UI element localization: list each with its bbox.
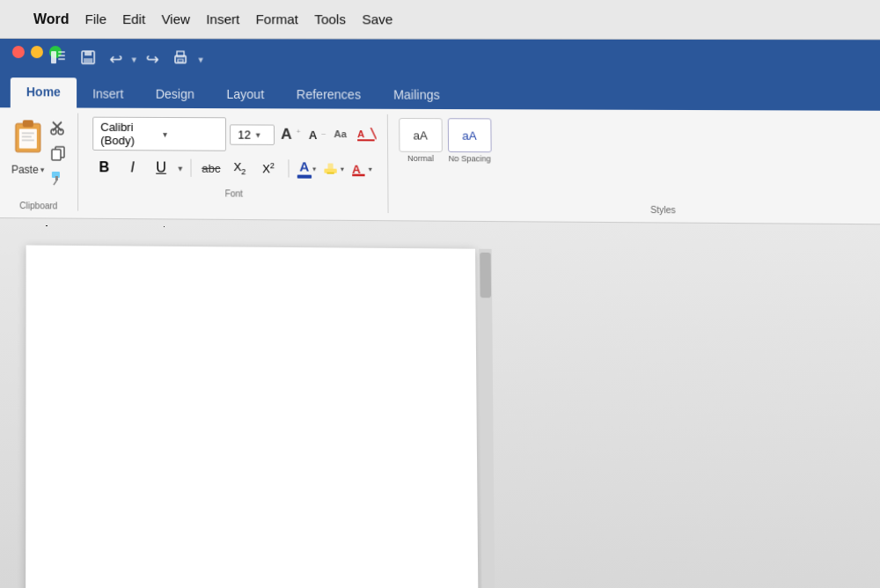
format-separator-2	[288, 159, 289, 177]
redo-icon[interactable]: ↪	[143, 48, 163, 70]
font-color2-button[interactable]: A	[349, 160, 368, 178]
svg-rect-3	[58, 58, 65, 60]
ribbon-background: ↩ ▾ ↪ ▾ Home Insert Design Layout Refere…	[0, 39, 880, 111]
screen-wrapper: Word File Edit View Insert Format Tools …	[0, 0, 880, 588]
tab-mailings[interactable]: Mailings	[377, 80, 456, 109]
tab-home[interactable]: Home	[11, 77, 77, 107]
font-size-buttons: A + A – Aa A	[278, 123, 376, 147]
word-application: Word File Edit View Insert Format Tools …	[0, 0, 880, 588]
font-size-display: 12	[238, 128, 251, 141]
svg-rect-6	[84, 58, 92, 62]
underline-dropdown[interactable]: ▾	[178, 163, 182, 173]
format-separator-1	[190, 159, 191, 177]
clipboard-group: Paste ▾	[11, 113, 78, 210]
document-scrollbar[interactable]	[479, 249, 495, 588]
tab-references[interactable]: References	[280, 80, 377, 109]
menu-edit[interactable]: Edit	[122, 11, 145, 26]
tab-layout[interactable]: Layout	[210, 80, 280, 109]
print-icon[interactable]	[168, 47, 193, 71]
font-name-dropdown-arrow[interactable]: ▾	[163, 129, 218, 139]
svg-text:Aa: Aa	[334, 129, 347, 139]
increase-icon: +	[297, 127, 301, 135]
subscript-button[interactable]: X2	[228, 157, 252, 180]
svg-rect-0	[51, 51, 56, 63]
menu-save[interactable]: Save	[362, 11, 392, 26]
highlighter-icon	[321, 159, 340, 177]
menu-tools[interactable]: Tools	[314, 11, 346, 26]
paste-button[interactable]: Paste ▾	[11, 116, 46, 176]
undo-icon[interactable]: ↩	[106, 48, 126, 70]
svg-rect-15	[22, 140, 34, 142]
font-name-selector[interactable]: Calibri (Body) ▾	[92, 117, 226, 151]
style-normal-label: Normal	[407, 154, 434, 163]
tab-insert[interactable]: Insert	[77, 79, 140, 107]
svg-rect-11	[23, 120, 33, 127]
font-color2-dropdown[interactable]: ▾	[369, 165, 372, 173]
svg-rect-9	[178, 59, 183, 62]
sidebar-toggle-icon[interactable]	[46, 47, 70, 71]
tab-design[interactable]: Design	[140, 80, 211, 109]
paste-dropdown-arrow[interactable]: ▾	[40, 165, 45, 174]
menu-insert[interactable]: Insert	[206, 11, 239, 26]
styles-group: aA Normal aA No Spacing Styles	[395, 114, 880, 217]
font-color2-group: A ▾	[349, 160, 372, 179]
font-color-button[interactable]: A	[297, 158, 312, 178]
svg-line-28	[370, 128, 376, 139]
font-size-dropdown-arrow[interactable]: ▾	[256, 129, 260, 139]
copy-icon[interactable]	[49, 143, 67, 167]
svg-rect-5	[84, 51, 92, 55]
close-button[interactable]	[12, 46, 25, 58]
styles-group-label: Styles	[400, 200, 880, 217]
menu-format[interactable]: Format	[255, 11, 297, 26]
style-normal[interactable]: aA Normal	[399, 118, 443, 163]
font-row1: Calibri (Body) ▾ 12 ▾ A + A –	[92, 117, 376, 152]
highlight-button[interactable]	[321, 159, 340, 177]
font-group-label: Font	[92, 187, 377, 199]
underline-button[interactable]: U	[150, 156, 172, 179]
menu-file[interactable]: File	[85, 11, 106, 26]
superscript-button[interactable]: X2	[257, 157, 281, 180]
font-color-bar	[297, 175, 312, 179]
document-page[interactable]	[26, 246, 478, 588]
clipboard-icons	[49, 116, 67, 194]
bold-label: B	[99, 159, 109, 175]
bold-button[interactable]: B	[92, 156, 115, 179]
ribbon-content: Paste ▾	[0, 107, 880, 225]
font-color2-icon: A	[349, 160, 368, 178]
document-area	[0, 218, 880, 588]
save-icon[interactable]	[76, 47, 100, 71]
decrease-icon: –	[321, 129, 326, 136]
font-size-selector[interactable]: 12 ▾	[230, 124, 275, 145]
svg-rect-2	[58, 55, 65, 56]
menu-view[interactable]: View	[161, 11, 190, 26]
ribbon-tabs: Home Insert Design Layout References Mai…	[11, 77, 880, 111]
svg-rect-13	[22, 132, 34, 134]
italic-button[interactable]: I	[121, 156, 144, 179]
svg-rect-21	[52, 150, 61, 160]
highlight-dropdown[interactable]: ▾	[341, 165, 344, 173]
strikethrough-label: abc	[202, 161, 220, 174]
undo-dropdown[interactable]: ▾	[132, 54, 137, 65]
qa-more-dropdown[interactable]: ▾	[198, 54, 203, 65]
highlight-color-group: ▾	[321, 159, 344, 177]
mac-menubar: Word File Edit View Insert Format Tools …	[0, 0, 880, 40]
quick-access-toolbar: ↩ ▾ ↪ ▾	[46, 44, 204, 77]
decrease-font-size-button[interactable]: A	[306, 128, 320, 141]
font-name-display: Calibri (Body)	[100, 121, 156, 148]
document-scrollbar-thumb[interactable]	[480, 253, 491, 298]
minimize-button[interactable]	[31, 46, 43, 58]
paste-label: Paste	[11, 164, 39, 176]
increase-font-size-button[interactable]: A	[278, 126, 295, 143]
font-color-dropdown[interactable]: ▾	[312, 165, 316, 173]
clear-formatting-icon[interactable]: A	[356, 123, 377, 147]
menu-word[interactable]: Word	[33, 11, 70, 27]
svg-rect-12	[19, 129, 37, 148]
cut-icon[interactable]	[49, 118, 67, 142]
paste-area: Paste ▾	[11, 113, 67, 197]
change-case-icon[interactable]: Aa	[333, 123, 353, 147]
style-no-spacing[interactable]: aA No Spacing	[448, 118, 492, 163]
format-painter-icon[interactable]	[49, 169, 67, 193]
underline-label: U	[156, 159, 166, 175]
svg-rect-14	[22, 136, 32, 137]
strikethrough-button[interactable]: abc	[200, 157, 223, 180]
